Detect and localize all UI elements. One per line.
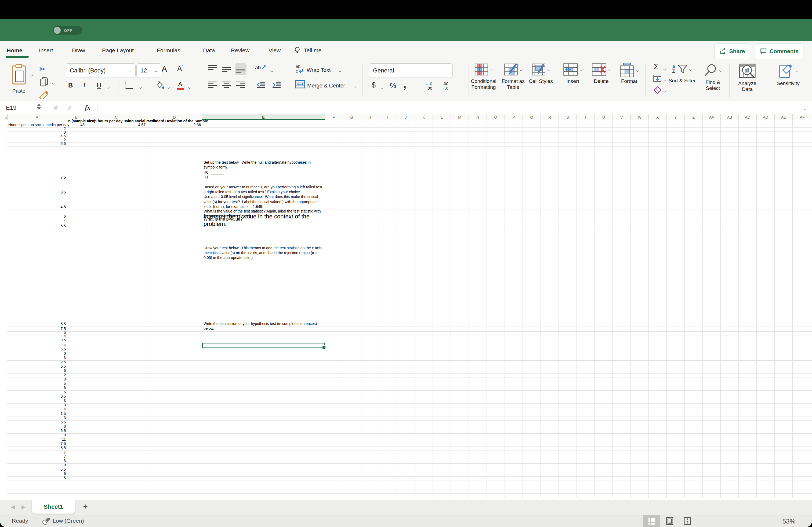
sort-filter-button[interactable]: AZ Sort & Filter (668, 64, 696, 84)
tab-tell-me[interactable]: Tell me (294, 41, 322, 60)
align-middle-button[interactable] (221, 63, 233, 75)
borders-icon[interactable] (126, 82, 133, 89)
clear-button[interactable] (654, 86, 661, 95)
cell-A23[interactable]: 2.5 (7, 361, 67, 365)
cell-A43[interactable]: 5.5 (7, 447, 67, 451)
column-header-K[interactable]: K (415, 114, 433, 120)
column-header-AC[interactable]: AC (739, 114, 757, 120)
cell-E15[interactable]: Write the conclusion of your hypothesis … (202, 327, 325, 331)
cell-A44[interactable]: 7 (7, 451, 67, 455)
cells-area[interactable]: n (sample size)Mean hours per day using … (0, 120, 812, 500)
cell-A11[interactable]: 6 (7, 210, 67, 219)
next-sheet-icon[interactable]: ▶ (21, 504, 26, 510)
number-format-select[interactable]: General (369, 63, 453, 78)
fill-handle[interactable] (322, 345, 326, 349)
orientation-dropdown-icon[interactable] (271, 68, 273, 73)
font-color-icon[interactable]: A (177, 80, 184, 90)
tab-view[interactable]: View (269, 41, 280, 60)
cell-A41[interactable]: 11 (7, 438, 67, 442)
shrink-font-button[interactable]: Aˇ (177, 64, 183, 73)
comma-format-button[interactable]: , (403, 78, 406, 90)
cell-A33[interactable]: 3 (7, 404, 67, 408)
column-header-Z[interactable]: Z (685, 114, 703, 120)
page-break-view-button[interactable] (679, 515, 696, 527)
column-header-AB[interactable]: AB (721, 114, 739, 120)
column-header-H[interactable]: H (361, 114, 379, 120)
paste-button[interactable]: Paste (8, 63, 30, 94)
add-sheet-button[interactable]: + (79, 500, 91, 513)
column-header-I[interactable]: I (379, 114, 397, 120)
merge-center-icon[interactable] (295, 80, 305, 90)
autosum-button[interactable]: Σ (654, 62, 659, 71)
cell-A22[interactable]: 3 (7, 356, 67, 360)
align-top-button[interactable] (207, 63, 219, 75)
column-header-L[interactable]: L (433, 114, 451, 120)
font-color-dropdown-icon[interactable] (188, 85, 191, 90)
cell-A7[interactable]: 5.5 (7, 143, 67, 146)
analyze-data-button[interactable]: Analyze Data (733, 63, 761, 93)
column-header-O[interactable]: O (487, 114, 505, 120)
cell-A45[interactable]: 7 (7, 455, 67, 459)
insert-function-icon[interactable]: fx (85, 102, 91, 114)
bold-button[interactable]: B (68, 81, 73, 89)
cell-A3[interactable]: 2 (7, 128, 67, 131)
cell-E9[interactable]: Based on your answer to number 3, are yo… (202, 180, 325, 195)
column-header-R[interactable]: R (541, 114, 559, 120)
fill-down-dropdown-icon[interactable] (664, 77, 666, 82)
fill-down-button[interactable] (653, 75, 661, 83)
cell-A9[interactable]: 3.5 (7, 180, 67, 195)
copy-icon[interactable] (40, 77, 49, 88)
format-painter-icon[interactable] (39, 90, 49, 100)
align-left-button[interactable] (207, 79, 219, 91)
format-cells-button[interactable]: Format (617, 63, 641, 84)
name-box-stepper[interactable] (37, 104, 41, 110)
wrap-text-dropdown-icon[interactable] (339, 68, 341, 73)
currency-dropdown-icon[interactable] (381, 85, 383, 90)
delete-cells-button[interactable]: Delete (589, 63, 613, 84)
cell-A6[interactable]: 2 (7, 139, 67, 142)
cell-A8[interactable]: 7.5 (7, 147, 67, 180)
tab-formulas[interactable]: Formulas (157, 41, 180, 60)
cut-icon[interactable]: ✂ (39, 64, 46, 74)
cell-A36[interactable]: 3 (7, 417, 67, 420)
column-header-P[interactable]: P (505, 114, 523, 120)
prev-sheet-icon[interactable]: ◀ (11, 504, 15, 510)
column-header-T[interactable]: T (577, 114, 595, 120)
column-header-AF[interactable]: AF (793, 114, 812, 120)
cell-E14[interactable]: Draw your test below. This means to add … (202, 229, 325, 327)
cell-A15[interactable]: 7.5 (7, 327, 67, 331)
tab-data[interactable]: Data (203, 41, 215, 60)
cell-A21[interactable]: 0 (7, 352, 67, 356)
underline-dropdown-icon[interactable] (107, 85, 109, 90)
formula-bar-expand-icon[interactable] (804, 106, 806, 111)
wrap-text-label[interactable]: Wrap Text (307, 67, 331, 74)
cell-D2[interactable]: 2.36 (147, 124, 202, 127)
cell-A4[interactable]: 3 (7, 132, 67, 135)
cell-A32[interactable]: 3 (7, 399, 67, 403)
normal-view-button[interactable] (643, 515, 660, 527)
confirm-entry-icon[interactable]: ✓ (67, 102, 72, 114)
cell-A42[interactable]: 7.5 (7, 442, 67, 446)
align-center-button[interactable] (221, 79, 233, 91)
autosave-toggle[interactable]: OFF (53, 26, 82, 35)
cell-A25[interactable]: 6 (7, 369, 67, 373)
conditional-formatting-button[interactable]: Conditional Formatting (468, 63, 499, 90)
clear-dropdown-icon[interactable] (664, 89, 666, 93)
column-header-J[interactable]: J (397, 114, 415, 120)
cell-A2[interactable]: Hours spent on social media per day (7, 124, 67, 127)
column-header-Q[interactable]: Q (523, 114, 541, 120)
cell-A39[interactable]: 6.5 (7, 429, 67, 433)
cell-A34[interactable]: 4 (7, 408, 67, 412)
comments-button[interactable]: Comments (755, 44, 803, 59)
cell-A18[interactable]: 8.5 (7, 339, 67, 343)
cell-A14[interactable]: 5.5 (7, 229, 67, 327)
currency-format-button[interactable]: $ (372, 81, 376, 89)
cell-styles-button[interactable]: Cell Styles (528, 63, 553, 84)
cell-E8[interactable]: Set up the test below. Write the null an… (202, 147, 325, 180)
column-header-W[interactable]: W (631, 114, 649, 120)
cell-A50[interactable]: 5 (7, 477, 67, 481)
cell-E10[interactable]: Use a α = 0.05 level of significance. Wh… (202, 195, 325, 210)
cell-A37[interactable]: 5.5 (7, 421, 67, 425)
merge-center-label[interactable]: Merge & Center (307, 82, 345, 89)
column-header-AD[interactable]: AD (757, 114, 775, 120)
